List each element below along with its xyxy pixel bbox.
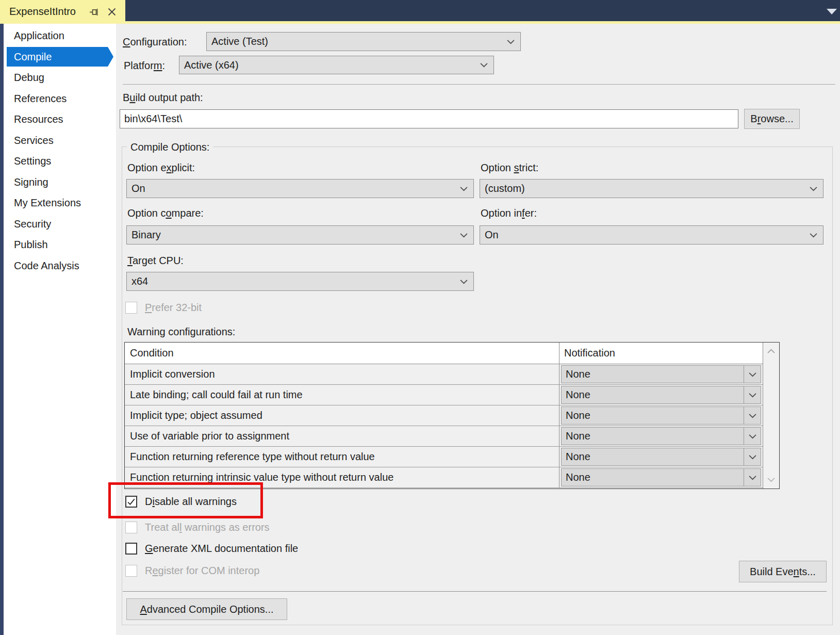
warning-configurations-table: Condition Notification Implicit conversi… [124,342,780,489]
checkbox-label: Register for COM interop [145,565,259,577]
build-events-button[interactable]: Build Events... [739,561,827,582]
platform-label: Platform: [124,59,165,72]
sidebar-item-label: Signing [14,176,48,188]
checkbox[interactable] [125,496,137,508]
option-infer-label: Option infer: [481,206,537,220]
condition-cell[interactable]: Late binding; call could fail at run tim… [125,385,559,405]
chevron-down-icon [744,386,761,403]
window-left-edge [0,24,4,635]
close-icon[interactable] [107,7,117,17]
checkbox[interactable] [125,302,137,314]
advanced-compile-options-button[interactable]: Advanced Compile Options... [126,598,287,620]
notification-value: None [562,471,744,483]
notification-select[interactable]: None [561,468,761,486]
notification-cell: None [559,447,763,467]
warnings-table-header: Condition Notification [125,343,763,364]
tab-underline [0,21,840,24]
checkbox[interactable] [125,565,137,577]
condition-cell[interactable]: Implicit conversion [125,364,559,384]
sidebar-item-label: Compile [14,51,52,62]
option-strict-select[interactable]: (custom) [480,179,823,198]
checkbox[interactable] [125,543,137,555]
condition-cell[interactable]: Implicit type; object assumed [125,405,559,426]
pin-icon[interactable] [89,7,99,17]
sidebar-item-label: Application [14,30,64,41]
chevron-down-icon [744,366,761,383]
sidebar-item-security[interactable]: Security [7,214,108,234]
sidebar: ApplicationCompileDebugReferencesResourc… [4,24,116,635]
sidebar-item-settings[interactable]: Settings [7,151,108,171]
sidebar-item-application[interactable]: Application [7,26,108,45]
option-infer-value: On [480,229,803,241]
notification-value: None [562,451,744,463]
condition-cell[interactable]: Use of variable prior to assignment [125,426,559,446]
sidebar-item-publish[interactable]: Publish [7,235,108,254]
chevron-down-icon [501,39,520,44]
notification-cell: None [559,467,763,487]
sidebar-item-signing[interactable]: Signing [7,172,108,192]
sidebar-item-compile[interactable]: Compile [7,47,108,67]
document-tab-bar [0,0,840,21]
vs-project-properties-window: ExpenseItIntro ApplicationCompileDebugRe… [0,0,840,635]
sidebar-item-references[interactable]: References [7,89,108,108]
column-header-notification[interactable]: Notification [559,343,763,364]
sidebar-item-services[interactable]: Services [7,131,108,150]
option-explicit-select[interactable]: On [126,179,474,198]
chevron-down-icon [454,233,473,238]
option-infer-select[interactable]: On [480,225,823,245]
sidebar-item-my-extensions[interactable]: My Extensions [7,193,108,213]
target-cpu-value: x64 [127,275,454,287]
checkbox-label: Prefer 32-bit [145,302,202,314]
chevron-down-icon [474,62,493,68]
target-cpu-select[interactable]: x64 [126,272,474,291]
option-strict-label: Option strict: [481,161,538,174]
configuration-select[interactable]: Active (Test) [206,32,521,51]
sidebar-item-label: Settings [14,155,51,167]
notification-select[interactable]: None [561,386,761,404]
option-strict-value: (custom) [480,183,803,194]
scroll-up-icon[interactable] [767,347,775,356]
chevron-down-icon [454,279,473,284]
sidebar-item-debug[interactable]: Debug [7,68,108,87]
notification-select[interactable]: None [561,406,761,425]
checkbox[interactable] [125,522,137,533]
option-compare-value: Binary [127,229,454,241]
warning-table-row: Late binding; call could fail at run tim… [125,385,763,405]
target-cpu-label: Target CPU: [127,254,184,267]
condition-cell[interactable]: Function returning reference type withou… [125,447,559,467]
chevron-down-icon [744,469,761,486]
option-explicit-value: On [127,183,454,194]
sidebar-item-label: References [14,93,67,104]
notification-value: None [562,368,744,380]
build-output-path-input[interactable] [120,109,738,128]
column-header-condition[interactable]: Condition [125,343,559,364]
notification-select[interactable]: None [561,448,761,466]
notification-select[interactable]: None [561,365,761,383]
treat-all-warnings-as-errors-checkbox: Treat all warnings as errors [125,522,270,533]
sidebar-item-code-analysis[interactable]: Code Analysis [7,256,108,275]
scroll-down-icon[interactable] [767,475,775,484]
disable-all-warnings-checkbox: Disable all warnings [125,496,237,508]
platform-select[interactable]: Active (x64) [179,56,494,74]
sidebar-item-label: Resources [14,113,63,125]
sidebar-item-resources[interactable]: Resources [7,109,108,129]
option-compare-select[interactable]: Binary [126,225,474,245]
chevron-down-icon [803,233,823,238]
generate-xml-documentation-checkbox: Generate XML documentation file [125,543,298,555]
tab-title: ExpenseItIntro [9,0,76,23]
warning-table-row: Implicit type; object assumedNone [125,405,763,426]
compile-options-group-label: Compile Options: [127,140,213,154]
warnings-table-body: Implicit conversionNoneLate binding; cal… [125,364,763,488]
chevron-down-icon [454,186,473,191]
window-dropdown-icon[interactable] [827,9,837,14]
browse-button[interactable]: Browse... [744,109,800,129]
notification-select[interactable]: None [561,427,761,445]
condition-cell[interactable]: Function returning intrinsic value type … [125,467,559,487]
table-scrollbar[interactable] [763,343,779,489]
document-tab[interactable]: ExpenseItIntro [0,0,125,24]
warning-table-row: Function returning reference type withou… [125,447,763,467]
warning-table-row: Function returning intrinsic value type … [125,467,763,488]
sidebar-item-label: Debug [14,72,44,83]
chevron-down-icon [744,428,761,445]
configuration-value: Active (Test) [207,36,501,47]
